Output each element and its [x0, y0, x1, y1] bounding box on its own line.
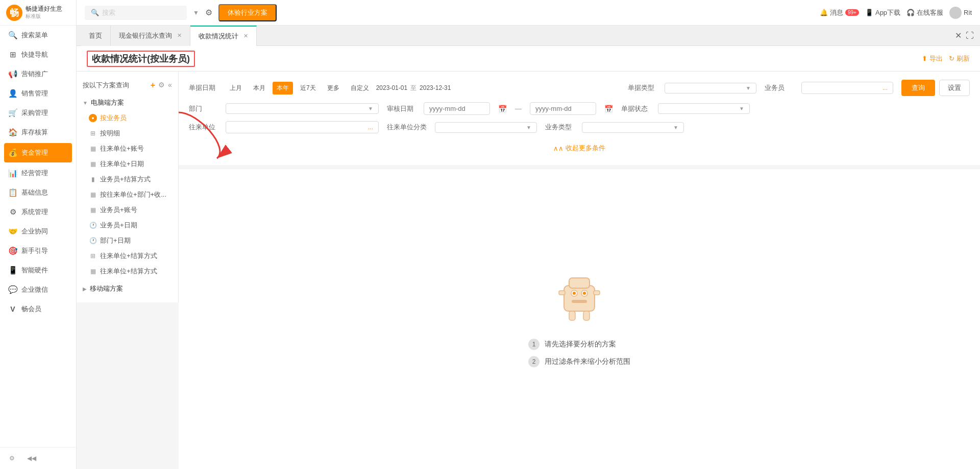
plan-item-icon-table2: ▦ [89, 160, 97, 168]
plan-settings-icon[interactable]: ⚙ [158, 81, 165, 90]
desktop-group-title[interactable]: ▼ 电脑端方案 [77, 95, 178, 110]
plan-item-counterpart-account[interactable]: ▦ 往来单位+账号 [83, 141, 178, 156]
tab-home[interactable]: 首页 [81, 26, 111, 46]
desktop-plan-group: ▼ 电脑端方案 ● 按业务员 ⊞ 按明细 [77, 95, 178, 279]
sidebar-item-system[interactable]: ⚙ 系统管理 [0, 202, 76, 222]
plan-item-label: 部门+日期 [100, 236, 131, 245]
plan-item-counterpart-settle2[interactable]: ▦ 往来单位+结算方式 [83, 264, 178, 279]
topbar-dropdown-icon[interactable]: ▼ [193, 9, 199, 16]
sidebar-item-smarthw[interactable]: 📱 智能硬件 [0, 261, 76, 280]
plan-item-label: 往来单位+结算方式 [100, 251, 157, 261]
group-triangle-icon: ▼ [83, 100, 88, 106]
sidebar-item-guide[interactable]: 🎯 新手引导 [0, 241, 76, 261]
plan-item-salesman-settlement[interactable]: ▮ 业务员+结算方式 [83, 172, 178, 187]
tab-maximize-icon[interactable]: ⛶ [966, 31, 974, 40]
plan-item-dept-date[interactable]: 🕐 部门+日期 [83, 233, 178, 248]
audit-date-to-calendar-icon[interactable]: 📅 [604, 105, 613, 113]
counterpart-type-arrow-icon: ▼ [526, 125, 531, 130]
biz-type-dropdown[interactable]: ▼ [582, 122, 684, 133]
topbar-search-box: 🔍 搜索 [85, 6, 187, 20]
counterpart-more-icon[interactable]: ... [368, 124, 373, 131]
audit-date-filter-label: 审核日期 [387, 104, 415, 113]
doc-status-arrow-icon: ▼ [739, 106, 744, 111]
mobile-group-title[interactable]: ▶ 移动端方案 [77, 281, 178, 296]
plan-list: ● 按业务员 ⊞ 按明细 ▦ 往来单位+账号 [77, 110, 178, 279]
svg-point-6 [583, 292, 586, 295]
sidebar-item-wechat[interactable]: 💬 企业微信 [0, 280, 76, 299]
sidebar-item-operation[interactable]: 📊 经营管理 [0, 163, 76, 183]
sidebar-item-enterprise[interactable]: 🤝 企业协同 [0, 222, 76, 241]
tab-collection-stats-label: 收款情况统计 [199, 32, 238, 41]
trial-button[interactable]: 体验行业方案 [218, 4, 277, 21]
doc-type-dropdown[interactable]: ▼ [665, 83, 756, 93]
app-download-btn[interactable]: 📱 App下载 [865, 8, 900, 17]
collapse-filter-btn[interactable]: ∧∧ 收起更多条件 [189, 139, 970, 157]
sidebar-item-search[interactable]: 🔍 搜索菜单 [0, 26, 76, 45]
tab-close-all-icon[interactable]: ✕ [955, 31, 962, 40]
plan-item-by-detail[interactable]: ⊞ 按明细 [83, 126, 178, 141]
sidebar-item-basicinfo[interactable]: 📋 基础信息 [0, 183, 76, 202]
date-btn-this-month[interactable]: 本月 [249, 82, 270, 95]
salesman-more-icon[interactable]: ... [883, 84, 888, 91]
tab-bank-flow-close[interactable]: ✕ [177, 32, 182, 39]
tab-bank-flow[interactable]: 现金银行流水查询 ✕ [111, 26, 190, 46]
plan-item-salesman-date[interactable]: 🕐 业务员+日期 [83, 218, 178, 233]
plan-collapse-icon[interactable]: « [168, 81, 172, 90]
query-button[interactable]: 查询 [901, 80, 935, 96]
svg-rect-1 [564, 286, 595, 311]
sidebar-item-sales[interactable]: 👤 销售管理 [0, 84, 76, 103]
plan-item-salesman-account[interactable]: ▦ 业务员+账号 [83, 202, 178, 218]
plan-item-icon-clock2: 🕐 [89, 237, 97, 245]
export-button[interactable]: ⬆ 导出 [922, 54, 943, 63]
sidebar-item-member[interactable]: V 畅会员 [0, 299, 76, 319]
filter-row-3: 往来单位 ... 往来单位分类 ▼ 业务类型 ▼ [189, 121, 970, 133]
online-service-btn[interactable]: 🎧 在线客服 [906, 8, 943, 17]
settings-footer-btn[interactable]: ⚙ [5, 453, 19, 464]
dept-filter-label: 部门 [189, 104, 217, 113]
set-button[interactable]: 设置 [939, 80, 970, 96]
mobile-group-label: 移动端方案 [90, 284, 123, 293]
salesman-dropdown[interactable]: ... [801, 82, 893, 94]
plan-item-counterpart-dept[interactable]: ▦ 按往来单位+部门+收... [83, 187, 178, 202]
plan-item-icon-clock1: 🕐 [89, 221, 97, 229]
counterpart-dropdown[interactable]: ... [226, 121, 379, 133]
plan-item-counterpart-date[interactable]: ▦ 往来单位+日期 [83, 156, 178, 172]
sidebar-item-purchase[interactable]: 🛒 采购管理 [0, 103, 76, 123]
tab-collection-stats[interactable]: 收款情况统计 ✕ [190, 26, 257, 46]
step-2-num: 2 [528, 356, 540, 367]
plan-header-title: 按以下方案查询 [83, 81, 129, 90]
date-btn-more[interactable]: 更多 [323, 82, 344, 95]
sidebar-item-capital[interactable]: 💰 资金管理 [4, 143, 72, 162]
date-btn-last-month[interactable]: 上月 [226, 82, 246, 95]
app-download-icon: 📱 [865, 9, 873, 16]
date-btn-this-year[interactable]: 本年 [273, 82, 293, 95]
user-avatar[interactable]: Rit [949, 7, 972, 19]
doc-type-arrow-icon: ▼ [746, 85, 751, 91]
sidebar-item-inventory[interactable]: 🏠 库存核算 [0, 123, 76, 142]
date-btn-custom[interactable]: 自定义 [347, 82, 373, 95]
collapse-sidebar-btn[interactable]: ◀◀ [23, 453, 40, 464]
dept-dropdown[interactable]: ▼ [226, 103, 379, 114]
audit-date-to-input[interactable] [530, 102, 596, 115]
doc-status-dropdown[interactable]: ▼ [658, 103, 750, 114]
plan-item-counterpart-settle1[interactable]: ⊞ 往来单位+结算方式 [83, 248, 178, 264]
add-plan-btn[interactable]: + [151, 81, 155, 90]
left-panel-wrapper: 按以下方案查询 + ⚙ « ▼ 电脑端方案 [77, 72, 179, 469]
date-range-to: 2023-12-31 [420, 84, 451, 91]
salesman-filter-label: 业务员 [765, 83, 793, 92]
topbar-settings-icon[interactable]: ⚙ [205, 8, 212, 17]
counterpart-type-dropdown[interactable]: ▼ [435, 122, 537, 133]
date-btn-7days[interactable]: 近7天 [296, 82, 320, 95]
audit-date-from-calendar-icon[interactable]: 📅 [498, 105, 507, 113]
topbar-search-placeholder[interactable]: 搜索 [102, 8, 115, 17]
refresh-button[interactable]: ↻ 刷新 [949, 54, 970, 63]
notification-btn[interactable]: 🔔 消息 99+ [820, 8, 859, 17]
sidebar-item-marketing[interactable]: 📢 营销推广 [0, 64, 76, 84]
page-title: 收款情况统计(按业务员) [87, 51, 195, 67]
audit-date-from-input[interactable] [424, 102, 490, 115]
logo: 畅 畅捷通好生意 标准版 [0, 0, 76, 26]
tab-collection-close[interactable]: ✕ [243, 33, 248, 39]
svg-rect-7 [572, 300, 587, 303]
plan-item-by-salesman[interactable]: ● 按业务员 [83, 110, 178, 126]
sidebar-item-quicknav[interactable]: ⊞ 快捷导航 [0, 45, 76, 64]
